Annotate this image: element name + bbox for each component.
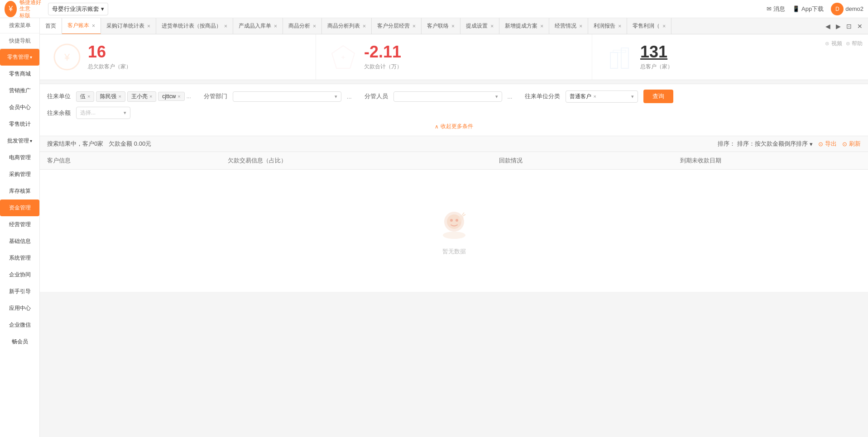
video-button[interactable]: ⊙ 视频 — [825, 40, 842, 48]
sidebar-item-enterprise[interactable]: 企业协同 — [0, 266, 39, 283]
sidebar-item-basic-info[interactable]: 基础信息 — [0, 233, 39, 250]
remove-tag-icon[interactable]: × — [177, 94, 180, 99]
col-payment-status: 回款情况 — [499, 157, 680, 165]
tab-inbound-stats[interactable]: 进货单统计表（按商品） × — [156, 18, 233, 34]
tab-close-icon[interactable]: × — [662, 23, 666, 29]
filter-tag-3: 王小亮 × — [127, 91, 156, 102]
dept-select[interactable]: ▾ — [233, 91, 341, 102]
tab-close-icon[interactable]: × — [274, 23, 277, 29]
category-select[interactable]: 普通客户 × ▾ — [566, 90, 638, 103]
svg-point-7 — [443, 232, 465, 239]
sidebar-item-retail-mall[interactable]: 零售商城 — [0, 66, 39, 82]
sidebar-item-ecommerce[interactable]: 电商管理 — [0, 149, 39, 166]
filter-row-2: 往来余额 选择... ▾ — [47, 107, 861, 119]
person-select[interactable]: ▾ — [393, 91, 502, 102]
tab-profit-report[interactable]: 利润报告 × — [588, 18, 627, 34]
sort-selector[interactable]: 排序： 排序：按欠款金额倒序排序 ▾ — [718, 140, 813, 148]
logo-text: 畅捷通好生意 标版 — [19, 0, 44, 19]
message-button[interactable]: ✉ 消息 — [767, 5, 785, 13]
tab-close-icon[interactable]: × — [490, 23, 494, 29]
sidebar-item-marketing[interactable]: 营销推广 — [0, 82, 39, 99]
export-button[interactable]: ⊙ 导出 — [818, 140, 837, 148]
results-actions: 排序： 排序：按欠款金额倒序排序 ▾ ⊙ 导出 ⊙ 刷新 — [718, 140, 861, 148]
remove-tag-icon[interactable]: × — [149, 94, 152, 99]
tab-production[interactable]: 产成品入库单 × — [233, 18, 283, 34]
sidebar-search-item[interactable]: 搜索菜单 — [0, 18, 39, 33]
tab-prev-button[interactable]: ◀ — [824, 22, 832, 31]
tab-promotion-settings[interactable]: 提成设置 × — [460, 18, 499, 34]
remove-tag-icon[interactable]: × — [87, 94, 90, 99]
sidebar-item-retail-stats[interactable]: 零售统计 — [0, 116, 39, 133]
col-debt-info: 欠款交易信息（占比） — [228, 157, 499, 165]
tab-goods-analysis[interactable]: 商品分析 × — [283, 18, 322, 34]
data-table: 客户信息 欠款交易信息（占比） 回款情况 到期未收款日期 — [40, 152, 868, 292]
tab-home[interactable]: 首页 — [40, 18, 62, 34]
sidebar-item-retail-mgmt[interactable]: 零售管理 ▾ — [0, 49, 39, 66]
account-selector[interactable]: 母婴行业演示账套 ▾ — [48, 3, 108, 15]
tab-close-icon[interactable]: × — [147, 23, 150, 29]
svg-text:¥: ¥ — [64, 52, 70, 63]
tab-next-button[interactable]: ▶ — [834, 22, 843, 31]
query-button[interactable]: 查询 — [643, 90, 673, 103]
svg-line-13 — [462, 213, 464, 215]
tab-customer-segment[interactable]: 客户分层经营 × — [372, 18, 422, 34]
svg-line-14 — [463, 214, 465, 216]
tab-retail-profit[interactable]: 零售利润（ × — [627, 18, 671, 34]
sidebar-item-operations[interactable]: 经营管理 — [0, 216, 39, 233]
more-tags-button[interactable]: ... — [187, 93, 191, 100]
tab-close-icon[interactable]: × — [540, 23, 543, 29]
collapse-button[interactable]: ∧ 收起更多条件 — [47, 123, 861, 130]
balance-filter-label: 往来余额 — [47, 109, 71, 117]
tab-expand-button[interactable]: ⊡ — [844, 22, 854, 31]
building-icon — [606, 43, 633, 71]
user-menu[interactable]: D demo2 — [831, 3, 863, 15]
app-container: ¥ 畅捷通好生意 标版 母婴行业演示账套 ▾ ✉ 消息 📱 App下载 D — [0, 0, 868, 437]
person-more-icon[interactable]: ... — [508, 93, 513, 100]
sidebar-item-app-center[interactable]: 应用中心 — [0, 300, 39, 317]
total-clients-number: 131 — [640, 44, 673, 60]
remove-category-tag-icon[interactable]: × — [593, 94, 596, 99]
tab-new-promotion[interactable]: 新增提成方案 × — [499, 18, 549, 34]
sidebar-item-member-center[interactable]: 会员中心 — [0, 99, 39, 116]
company-filter-label: 往来单位 — [47, 92, 71, 100]
sidebar-item-system[interactable]: 系统管理 — [0, 250, 39, 266]
sidebar: 搜索菜单 快捷导航 零售管理 ▾ 零售商城 营销推广 会员中心 零售统计 — [0, 18, 40, 437]
sidebar-item-purchase[interactable]: 采购管理 — [0, 166, 39, 183]
sidebar-item-inventory[interactable]: 库存核算 — [0, 183, 39, 200]
sidebar-quick-nav[interactable]: 快捷导航 — [0, 33, 39, 49]
tab-close-icon[interactable]: × — [363, 23, 366, 29]
tab-close-icon[interactable]: × — [412, 23, 416, 29]
logo-icon: ¥ — [5, 1, 17, 17]
tab-close-icon[interactable]: × — [224, 23, 227, 29]
help-button[interactable]: ⊙ 帮助 — [846, 40, 863, 48]
chevron-down-icon: ▾ — [124, 110, 126, 116]
filter-tags: 伍 × 陈民强 × 王小亮 × — [76, 91, 191, 102]
empty-text: 暂无数据 — [442, 247, 466, 256]
tab-close-icon[interactable]: × — [579, 23, 582, 29]
tab-close-icon[interactable]: × — [92, 23, 95, 29]
person-filter-label: 分管人员 — [364, 92, 388, 100]
tab-operations-status[interactable]: 经营情况 × — [549, 18, 588, 34]
tab-customer-accounts[interactable]: 客户账本 × — [62, 18, 101, 34]
tab-close-icon[interactable]: × — [451, 23, 455, 29]
tab-close-icon[interactable]: × — [313, 23, 316, 29]
tab-purchase-stats[interactable]: 采购订单统计表 × — [101, 18, 156, 34]
tab-customer-contact[interactable]: 客户联络 × — [422, 18, 460, 34]
tab-close-all-button[interactable]: ✕ — [855, 22, 864, 31]
sidebar-item-wholesale-mgmt[interactable]: 批发管理 ▾ — [0, 133, 39, 149]
refresh-button[interactable]: ⊙ 刷新 — [842, 140, 861, 148]
sidebar-item-capital[interactable]: 资金管理 — [0, 200, 39, 216]
dept-more-icon[interactable]: ... — [347, 93, 352, 100]
chevron-down-icon: ▾ — [30, 138, 32, 143]
sidebar-item-new-guide[interactable]: 新手引导 — [0, 283, 39, 300]
sidebar-item-vip-member[interactable]: 畅会员 — [0, 333, 39, 350]
sidebar-item-enterprise-wechat[interactable]: 企业微信 — [0, 317, 39, 333]
app-download-button[interactable]: 📱 App下载 — [792, 5, 824, 13]
tab-close-icon[interactable]: × — [618, 23, 621, 29]
tab-goods-analysis-list[interactable]: 商品分析列表 × — [322, 18, 372, 34]
balance-select[interactable]: 选择... ▾ — [76, 107, 130, 119]
remove-tag-icon[interactable]: × — [118, 94, 121, 99]
svg-rect-5 — [621, 48, 628, 68]
page-content: ¥ 16 总欠款客户（家） ✦ — [40, 34, 868, 437]
chevron-up-icon: ∧ — [435, 124, 439, 130]
